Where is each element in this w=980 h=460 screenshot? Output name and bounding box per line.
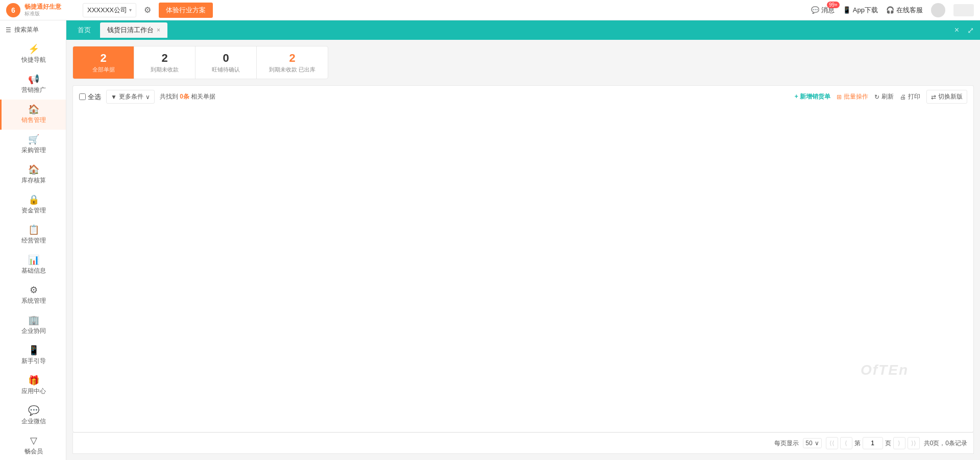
sidebar-label: 资金管理 bbox=[21, 206, 46, 215]
switch-icon: ⇄ bbox=[931, 93, 936, 101]
sidebar-item-finance[interactable]: 🔒 资金管理 bbox=[0, 190, 66, 220]
page-prefix: 第 bbox=[854, 439, 861, 448]
sidebar-item-cooperation[interactable]: 🏢 企业协同 bbox=[0, 310, 66, 341]
sidebar-item-wechat[interactable]: 💬 企业微信 bbox=[0, 401, 66, 431]
sidebar-label: 新手引导 bbox=[21, 357, 46, 366]
company-selector[interactable]: XXXXXX公司 ▾ bbox=[83, 3, 136, 17]
stats-tab-pending[interactable]: 0 旺铺待确认 bbox=[195, 46, 257, 79]
page-content: 2 全部单据 2 到期未收款 0 旺铺待确认 2 到期未收款 已出库 bbox=[66, 40, 980, 460]
sidebar-label: 营销推广 bbox=[21, 86, 46, 94]
content-area: 首页 钱货日清工作台 × × ⤢ 2 全部单据 2 到期未收款 bbox=[66, 20, 980, 460]
sidebar-item-quick-nav[interactable]: ⚡ 快捷导航 bbox=[0, 39, 66, 69]
select-all-checkbox[interactable]: 全选 bbox=[79, 92, 101, 102]
logo-area: 6 畅捷通好生意 标准版 bbox=[6, 3, 72, 17]
logo-sub: 标准版 bbox=[24, 11, 61, 17]
inventory-icon: 🏠 bbox=[28, 165, 39, 174]
sidebar-item-inventory[interactable]: 🏠 库存核算 bbox=[0, 160, 66, 190]
stats-shipped-num: 2 bbox=[269, 52, 315, 65]
stats-overdue-label: 到期未收款 bbox=[146, 66, 183, 74]
page-suffix: 页 bbox=[885, 439, 891, 448]
sidebar-item-system[interactable]: ⚙ 系统管理 bbox=[0, 280, 66, 310]
settings-icon[interactable]: ⚙ bbox=[140, 3, 155, 17]
tab-work-bench[interactable]: 钱货日清工作台 × bbox=[100, 22, 167, 38]
marketing-icon: 📢 bbox=[28, 75, 39, 84]
print-icon: 🖨 bbox=[900, 93, 906, 101]
first-page-button[interactable]: ⟨⟨ bbox=[826, 437, 838, 449]
sidebar-item-marketing[interactable]: 📢 营销推广 bbox=[0, 69, 66, 100]
toolbar-left: 全选 ▼ 更多条件 ∨ 共找到 0条 相关单据 bbox=[79, 90, 789, 104]
member-icon: ▽ bbox=[30, 436, 37, 445]
sidebar-item-basic-info[interactable]: 📊 基础信息 bbox=[0, 250, 66, 280]
sidebar-label: 企业协同 bbox=[21, 327, 46, 335]
operations-icon: 📋 bbox=[28, 225, 39, 234]
messages-button[interactable]: 💬 消息 99+ bbox=[811, 6, 835, 15]
sidebar-label: 应用中心 bbox=[21, 387, 46, 396]
filter-button[interactable]: ▼ 更多条件 ∨ bbox=[106, 90, 155, 104]
main-layout: ☰ 搜索菜单 ⚡ 快捷导航 📢 营销推广 🏠 销售管理 🛒 采购管理 🏠 库存核… bbox=[0, 20, 980, 460]
tab-close-icon[interactable]: × bbox=[157, 27, 160, 34]
select-all-label: 全选 bbox=[88, 92, 101, 102]
search-icon: ☰ bbox=[6, 27, 11, 34]
tab-bar: 首页 钱货日清工作台 × × ⤢ bbox=[66, 20, 980, 40]
bell-icon: 💬 bbox=[811, 6, 819, 14]
batch-icon: ⊞ bbox=[837, 93, 842, 101]
sidebar-label: 企业微信 bbox=[21, 417, 46, 426]
prev-page-button[interactable]: ⟨ bbox=[840, 437, 852, 449]
sidebar-item-guide[interactable]: 📱 新手引导 bbox=[0, 341, 66, 371]
total-records-label: 共0页，0条记录 bbox=[924, 439, 967, 448]
refresh-icon: ↻ bbox=[874, 93, 879, 101]
stats-shipped-label: 到期未收款 已出库 bbox=[269, 66, 315, 74]
sidebar-item-member[interactable]: ▽ 畅会员 bbox=[0, 431, 66, 460]
filter-label: 更多条件 bbox=[119, 92, 143, 101]
page-size-dropdown-icon: ∨ bbox=[815, 440, 819, 447]
last-page-button[interactable]: ⟩⟩ bbox=[908, 437, 920, 449]
stats-all-num: 2 bbox=[85, 52, 121, 65]
tab-home[interactable]: 首页 bbox=[70, 22, 98, 38]
app-download-button[interactable]: 📱 App下载 bbox=[843, 6, 878, 15]
sidebar-label: 销售管理 bbox=[21, 116, 46, 125]
app-center-icon: 🎁 bbox=[28, 376, 39, 385]
maximize-icon[interactable]: ⤢ bbox=[965, 23, 976, 37]
stats-pending-num: 0 bbox=[208, 52, 244, 65]
tab-label: 钱货日清工作台 bbox=[107, 26, 154, 35]
print-button[interactable]: 🖨 打印 bbox=[900, 92, 920, 101]
add-sales-order-button[interactable]: + 新增销货单 bbox=[795, 92, 830, 101]
batch-operation-button[interactable]: ⊞ 批量操作 bbox=[837, 92, 868, 101]
online-service-button[interactable]: 🎧 在线客服 bbox=[886, 6, 923, 15]
page-size-select[interactable]: 50 ∨ bbox=[803, 438, 821, 448]
system-icon: ⚙ bbox=[30, 285, 38, 295]
experience-button[interactable]: 体验行业方案 bbox=[159, 3, 213, 18]
sidebar-item-app-center[interactable]: 🎁 应用中心 bbox=[0, 371, 66, 401]
sales-icon: 🏠 bbox=[28, 105, 39, 114]
sidebar-search[interactable]: ☰ 搜索菜单 bbox=[0, 20, 66, 39]
stats-pending-label: 旺铺待确认 bbox=[208, 66, 244, 74]
next-page-button[interactable]: ⟩ bbox=[893, 437, 905, 449]
refresh-button[interactable]: ↻ 刷新 bbox=[874, 92, 894, 101]
stats-tab-all[interactable]: 2 全部单据 bbox=[73, 46, 134, 79]
page-number-input[interactable] bbox=[863, 437, 883, 449]
table-footer: 每页显示 50 ∨ ⟨⟨ ⟨ 第 页 ⟩ ⟩⟩ 共0页，0条记录 bbox=[72, 432, 974, 454]
sidebar-item-sales[interactable]: 🏠 销售管理 bbox=[0, 100, 66, 130]
stats-all-label: 全部单据 bbox=[85, 66, 121, 74]
stats-tab-shipped[interactable]: 2 到期未收款 已出库 bbox=[257, 46, 328, 79]
quick-nav-icon: ⚡ bbox=[28, 44, 39, 54]
sidebar-label: 基础信息 bbox=[21, 267, 46, 275]
sidebar-label: 库存核算 bbox=[21, 176, 46, 185]
select-all-input[interactable] bbox=[79, 93, 86, 100]
wechat-icon: 💬 bbox=[28, 406, 39, 415]
logo-icon: 6 bbox=[6, 3, 20, 17]
stats-tab-overdue[interactable]: 2 到期未收款 bbox=[134, 46, 195, 79]
download-icon: 📱 bbox=[843, 6, 851, 14]
avatar[interactable] bbox=[931, 3, 945, 17]
sidebar-item-operations[interactable]: 📋 经营管理 bbox=[0, 220, 66, 250]
sidebar-label: 系统管理 bbox=[21, 297, 46, 305]
sidebar: ☰ 搜索菜单 ⚡ 快捷导航 📢 营销推广 🏠 销售管理 🛒 采购管理 🏠 库存核… bbox=[0, 20, 66, 460]
logo-title: 畅捷通好生意 bbox=[24, 3, 61, 10]
minimize-icon[interactable]: × bbox=[952, 23, 961, 37]
user-name[interactable] bbox=[953, 4, 974, 16]
filter-icon: ▼ bbox=[111, 93, 117, 101]
switch-version-button[interactable]: ⇄ 切换新版 bbox=[926, 90, 967, 104]
sidebar-item-purchase[interactable]: 🛒 采购管理 bbox=[0, 130, 66, 160]
pagination-buttons: ⟨⟨ ⟨ 第 页 ⟩ ⟩⟩ bbox=[826, 437, 920, 449]
messages-badge: 99+ bbox=[827, 2, 840, 8]
